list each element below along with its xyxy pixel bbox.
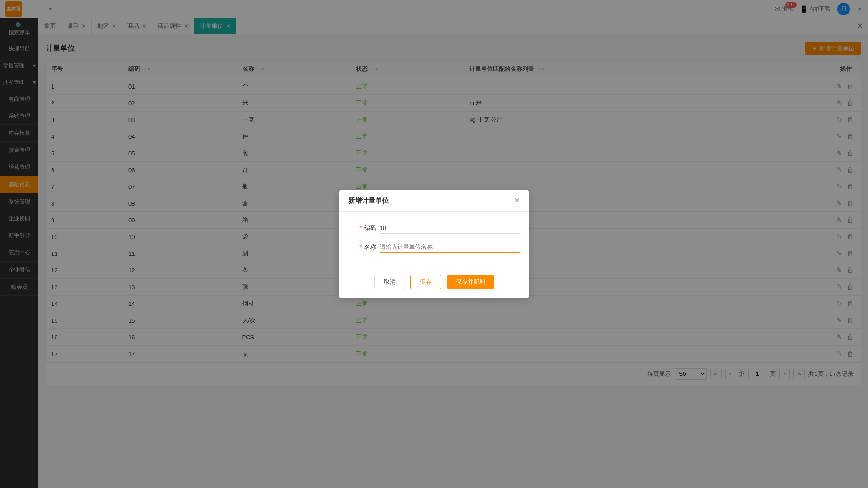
modal-footer: 取消 保存 保存并新增: [339, 268, 529, 298]
modal-body: * 编码 * 名称: [339, 212, 529, 268]
save-button[interactable]: 保存: [410, 275, 441, 289]
modal-header: 新增计量单位 ✕: [339, 190, 529, 212]
modal-close-button[interactable]: ✕: [514, 197, 520, 204]
code-label: * 编码: [348, 224, 380, 232]
name-input[interactable]: [380, 242, 520, 253]
save-new-button[interactable]: 保存并新增: [447, 275, 494, 289]
name-form-row: * 名称: [348, 242, 520, 253]
modal-overlay[interactable]: 新增计量单位 ✕ * 编码 * 名称 取消 保存 保存并新增: [0, 0, 868, 488]
name-label: * 名称: [348, 243, 380, 251]
add-measure-unit-modal: 新增计量单位 ✕ * 编码 * 名称 取消 保存 保存并新增: [339, 190, 529, 298]
cancel-button[interactable]: 取消: [374, 275, 405, 289]
code-form-row: * 编码: [348, 223, 520, 234]
code-input[interactable]: [380, 223, 520, 234]
modal-title: 新增计量单位: [348, 197, 389, 205]
